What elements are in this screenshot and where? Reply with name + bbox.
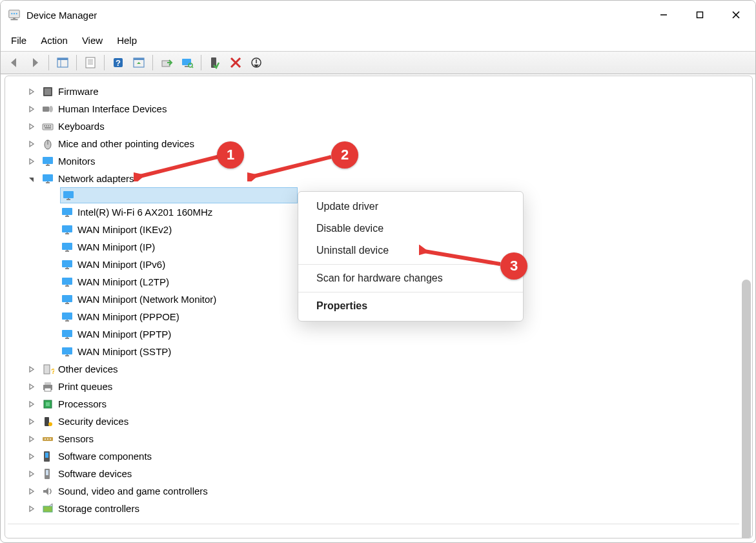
svg-rect-84 — [46, 402, 50, 406]
tree-node[interactable]: Network adapters — [5, 170, 739, 187]
tree-node[interactable]: Sensors — [5, 430, 739, 447]
chevron-right-icon[interactable] — [27, 452, 36, 461]
back-button[interactable] — [5, 53, 24, 72]
svg-point-33 — [49, 106, 53, 112]
svg-rect-63 — [62, 278, 72, 285]
tree-node-label: Mice and other pointing devices — [58, 138, 194, 149]
chevron-right-icon[interactable] — [27, 504, 36, 513]
chevron-right-icon[interactable] — [27, 139, 36, 149]
tree-node[interactable]: Human Interface Devices — [5, 100, 739, 118]
maximize-button[interactable] — [682, 1, 718, 29]
svg-rect-1 — [11, 19, 18, 20]
status-bar — [8, 524, 739, 535]
vertical-scrollbar[interactable] — [742, 280, 751, 538]
svg-text:?: ? — [116, 58, 121, 68]
help-button[interactable]: ? — [108, 53, 128, 72]
sensor-icon — [41, 433, 54, 446]
chevron-right-icon[interactable] — [27, 487, 36, 496]
enable-device-button[interactable] — [205, 53, 225, 72]
menu-file[interactable]: File — [11, 35, 26, 46]
svg-rect-39 — [45, 127, 51, 128]
svg-rect-74 — [66, 337, 68, 338]
network-adapter-icon — [62, 189, 75, 202]
cm-properties[interactable]: Properties — [298, 295, 523, 317]
cm-uninstall-device[interactable]: Uninstall device — [298, 240, 523, 261]
minimize-button[interactable] — [646, 1, 682, 29]
tree-node[interactable]: Software devices — [5, 465, 739, 482]
tree-child[interactable]: WAN Miniport (SSTP) — [5, 343, 739, 360]
tree-node[interactable]: Firmware — [5, 83, 739, 100]
cpu-icon — [41, 398, 54, 411]
tree-node[interactable]: Processors — [5, 395, 739, 413]
uninstall-device-button[interactable] — [226, 53, 245, 72]
tree-node[interactable]: Monitors — [5, 152, 739, 170]
show-hide-tree-button[interactable] — [53, 53, 72, 72]
tree-node[interactable]: Mice and other pointing devices — [5, 135, 739, 152]
chevron-right-icon[interactable] — [27, 382, 36, 391]
svg-rect-72 — [62, 330, 72, 337]
disable-device-button[interactable] — [247, 53, 266, 72]
properties-button[interactable] — [81, 53, 100, 72]
svg-rect-85 — [45, 417, 49, 426]
svg-rect-34 — [43, 124, 53, 130]
forward-button[interactable] — [25, 53, 45, 72]
swcomp-icon — [41, 450, 54, 463]
chevron-right-icon[interactable] — [27, 105, 36, 114]
svg-rect-59 — [66, 250, 68, 251]
chevron-right-icon[interactable] — [27, 469, 36, 478]
svg-rect-48 — [63, 191, 74, 198]
chevron-right-icon[interactable] — [27, 400, 36, 409]
tree-child-label: WAN Miniport (IKEv2) — [77, 224, 172, 235]
tree-node[interactable]: Storage controllers — [5, 500, 739, 517]
menu-view[interactable]: View — [82, 35, 103, 46]
tree-child-selected[interactable] — [60, 187, 298, 203]
svg-point-89 — [47, 438, 48, 440]
svg-rect-31 — [45, 88, 51, 95]
window-controls — [646, 1, 754, 29]
svg-rect-54 — [62, 225, 72, 232]
tree-child-label: WAN Miniport (L2TP) — [77, 276, 169, 287]
scan-hardware-button[interactable] — [178, 53, 197, 72]
close-button[interactable] — [718, 1, 754, 29]
svg-rect-92 — [45, 453, 48, 458]
tree-node-label: Security devices — [58, 416, 128, 427]
svg-rect-44 — [47, 164, 48, 165]
device-manager-window: Device Manager File Action View Help ? F — [0, 0, 756, 543]
network-adapter-icon — [61, 223, 74, 236]
tree-node[interactable]: Sound, video and game controllers — [5, 482, 739, 500]
chevron-right-icon[interactable] — [27, 87, 36, 96]
tree-node[interactable]: Security devices — [5, 413, 739, 430]
other-icon: ? — [41, 363, 54, 376]
chevron-right-icon[interactable] — [27, 417, 36, 426]
tree-node-label: Storage controllers — [58, 503, 139, 514]
chevron-right-icon[interactable] — [27, 435, 36, 444]
chevron-right-icon[interactable] — [27, 365, 36, 374]
tree-node[interactable]: ?Other devices — [5, 360, 739, 378]
svg-rect-42 — [43, 157, 53, 164]
action-pane-button[interactable] — [129, 53, 148, 72]
update-driver-button[interactable] — [157, 53, 176, 72]
tree-node-label: Processors — [58, 398, 107, 409]
keyboard-icon — [41, 120, 54, 133]
menu-help[interactable]: Help — [117, 35, 137, 46]
tree-child-label: WAN Miniport (Network Monitor) — [77, 294, 216, 305]
tree-child[interactable]: WAN Miniport (PPTP) — [5, 325, 739, 343]
chevron-right-icon[interactable] — [27, 157, 36, 166]
svg-rect-57 — [62, 243, 72, 250]
svg-text:?: ? — [51, 367, 54, 375]
cm-disable-device[interactable]: Disable device — [298, 218, 523, 240]
tree-node-label: Monitors — [58, 156, 96, 167]
network-adapter-icon — [61, 276, 74, 289]
network-adapter-icon — [61, 206, 74, 219]
tree-node[interactable]: Print queues — [5, 378, 739, 395]
svg-point-5 — [16, 13, 17, 14]
menu-action[interactable]: Action — [41, 35, 68, 46]
cm-scan-hardware[interactable]: Scan for hardware changes — [298, 267, 523, 289]
chevron-right-icon[interactable] — [27, 122, 36, 131]
tree-node[interactable]: Keyboards — [5, 118, 739, 135]
svg-rect-45 — [43, 174, 53, 181]
tree-node[interactable]: Software components — [5, 447, 739, 465]
svg-point-4 — [14, 13, 15, 14]
cm-update-driver[interactable]: Update driver — [298, 196, 523, 218]
chevron-down-icon[interactable] — [27, 174, 36, 183]
